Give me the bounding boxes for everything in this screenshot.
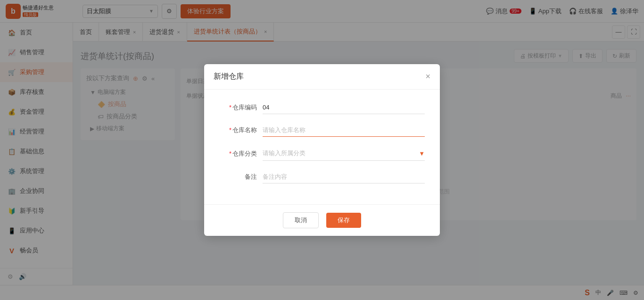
modal-title: 新增仓库 [214, 72, 244, 82]
add-warehouse-modal: 新增仓库 × 仓库编码 仓库名称 [204, 64, 440, 236]
remark-label: 备注 [219, 173, 257, 181]
content-body: 进货单统计(按商品) 🖨 按模板打印 ▼ ⬆ 导出 [73, 42, 644, 285]
warehouse-name-input[interactable] [263, 124, 425, 137]
modal-footer: 取消 保存 [204, 204, 440, 236]
modal-close-button[interactable]: × [425, 72, 430, 82]
category-chevron-icon: ▼ [419, 150, 425, 157]
warehouse-category-label: 仓库分类 [219, 150, 257, 158]
warehouse-name-row: 仓库名称 [219, 124, 425, 137]
warehouse-code-label: 仓库编码 [219, 103, 257, 112]
modal-overlay: 新增仓库 × 仓库编码 仓库名称 [73, 42, 644, 285]
cancel-button[interactable]: 取消 [283, 212, 319, 228]
warehouse-code-input[interactable] [263, 101, 425, 114]
remark-input[interactable] [263, 170, 425, 183]
modal-body: 仓库编码 仓库名称 仓库分类 [204, 90, 440, 204]
save-button[interactable]: 保存 [326, 213, 361, 228]
warehouse-name-label: 仓库名称 [219, 126, 257, 134]
warehouse-category-row: 仓库分类 请输入所属分类 ▼ [219, 146, 425, 161]
modal-header: 新增仓库 × [204, 64, 440, 90]
remark-row: 备注 [219, 170, 425, 183]
warehouse-code-row: 仓库编码 [219, 101, 425, 114]
warehouse-category-select[interactable]: 请输入所属分类 ▼ [263, 146, 425, 161]
